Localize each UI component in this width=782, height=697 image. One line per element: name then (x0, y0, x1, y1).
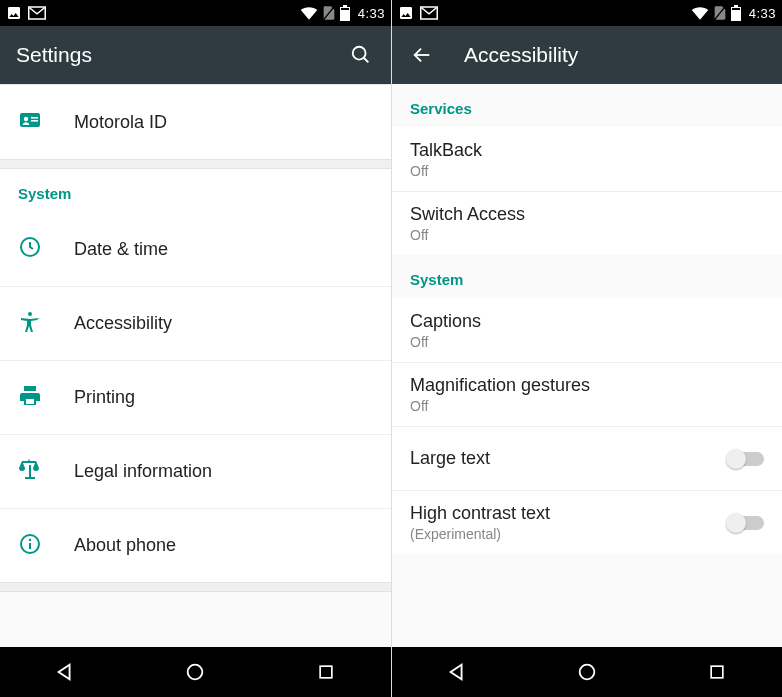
phone-accessibility: 4:33 Accessibility Services TalkBack Off… (391, 0, 782, 697)
row-talkback[interactable]: TalkBack Off (392, 127, 782, 191)
circle-home-icon (576, 661, 598, 683)
status-time: 4:33 (749, 6, 776, 21)
svg-rect-13 (26, 399, 34, 404)
row-label: Legal information (74, 461, 373, 482)
row-label: High contrast text (410, 503, 714, 524)
row-large-text[interactable]: Large text (392, 426, 782, 490)
svg-point-12 (28, 312, 32, 316)
row-label: Captions (410, 311, 764, 332)
search-icon (350, 44, 372, 66)
wifi-icon (300, 6, 318, 20)
row-label: TalkBack (410, 140, 764, 161)
row-label: Date & time (74, 239, 373, 260)
large-text-switch[interactable] (728, 452, 764, 466)
status-bar: 4:33 (0, 0, 391, 26)
svg-rect-10 (31, 120, 38, 122)
svg-point-25 (580, 665, 595, 680)
battery-icon (731, 5, 741, 21)
nav-recent-button[interactable] (296, 652, 356, 692)
square-recent-icon (316, 662, 336, 682)
row-label: Printing (74, 387, 373, 408)
row-motorola-id[interactable]: Motorola ID (0, 85, 391, 159)
svg-line-6 (364, 58, 369, 63)
square-recent-icon (707, 662, 727, 682)
appbar-settings: Settings (0, 26, 391, 84)
battery-icon (340, 5, 350, 21)
svg-rect-2 (343, 5, 347, 7)
accessibility-icon (18, 310, 42, 338)
row-printing[interactable]: Printing (0, 360, 391, 434)
row-switch-access[interactable]: Switch Access Off (392, 191, 782, 255)
row-label: Large text (410, 448, 714, 469)
nav-home-button[interactable] (165, 652, 225, 692)
row-label: Accessibility (74, 313, 373, 334)
nav-bar (392, 647, 782, 697)
printer-icon (18, 384, 42, 412)
svg-point-5 (353, 47, 366, 60)
no-sim-icon (713, 5, 727, 21)
nav-back-button[interactable] (35, 652, 95, 692)
phone-settings: 4:33 Settings Motorola ID System (0, 0, 391, 697)
row-label: Motorola ID (74, 112, 373, 133)
high-contrast-switch[interactable] (728, 516, 764, 530)
svg-rect-21 (734, 5, 738, 7)
info-icon (18, 532, 42, 560)
gmail-icon (420, 6, 438, 20)
svg-rect-9 (31, 117, 38, 119)
section-header-system: System (392, 255, 782, 298)
row-label: Switch Access (410, 204, 764, 225)
triangle-back-icon (54, 661, 76, 683)
search-button[interactable] (347, 41, 375, 69)
row-legal[interactable]: Legal information (0, 434, 391, 508)
row-magnification[interactable]: Magnification gestures Off (392, 362, 782, 426)
nav-back-button[interactable] (427, 652, 487, 692)
svg-rect-18 (320, 666, 332, 678)
circle-home-icon (184, 661, 206, 683)
row-date-time[interactable]: Date & time (0, 212, 391, 286)
row-label: Magnification gestures (410, 375, 764, 396)
svg-rect-23 (732, 8, 740, 10)
picture-icon (6, 5, 22, 21)
appbar-title: Accessibility (464, 43, 578, 67)
svg-point-16 (29, 538, 31, 540)
nav-home-button[interactable] (557, 652, 617, 692)
no-sim-icon (322, 5, 336, 21)
nav-recent-button[interactable] (687, 652, 747, 692)
row-status: Off (410, 398, 764, 414)
row-high-contrast[interactable]: High contrast text (Experimental) (392, 490, 782, 554)
row-sub: (Experimental) (410, 526, 714, 542)
svg-rect-4 (341, 8, 349, 10)
gmail-icon (28, 6, 46, 20)
row-status: Off (410, 334, 764, 350)
section-header-system: System (0, 169, 391, 212)
row-captions[interactable]: Captions Off (392, 298, 782, 362)
appbar-accessibility: Accessibility (392, 26, 782, 84)
status-bar: 4:33 (392, 0, 782, 26)
badge-icon (18, 108, 42, 136)
status-time: 4:33 (358, 6, 385, 21)
svg-point-8 (24, 117, 28, 121)
section-header-services: Services (392, 84, 782, 127)
nav-bar (0, 647, 391, 697)
row-accessibility[interactable]: Accessibility (0, 286, 391, 360)
appbar-title: Settings (16, 43, 92, 67)
arrow-back-icon (411, 44, 433, 66)
row-label: About phone (74, 535, 373, 556)
triangle-back-icon (446, 661, 468, 683)
svg-point-17 (188, 665, 203, 680)
settings-list[interactable]: Motorola ID System Date & time (0, 84, 391, 647)
row-status: Off (410, 227, 764, 243)
row-about-phone[interactable]: About phone (0, 508, 391, 582)
svg-rect-26 (711, 666, 723, 678)
wifi-icon (691, 6, 709, 20)
accessibility-list[interactable]: Services TalkBack Off Switch Access Off … (392, 84, 782, 647)
back-button[interactable] (408, 41, 436, 69)
clock-icon (18, 235, 42, 263)
row-status: Off (410, 163, 764, 179)
picture-icon (398, 5, 414, 21)
scales-icon (18, 458, 42, 486)
